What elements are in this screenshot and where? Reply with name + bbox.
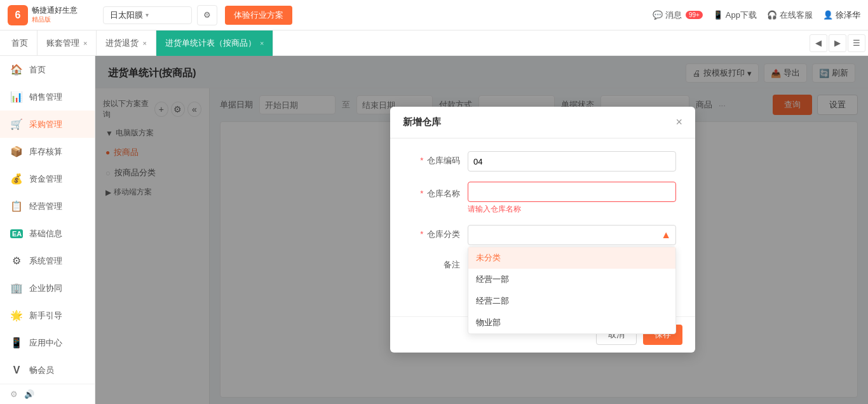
tab-purchase-return[interactable]: 进货退货 × xyxy=(97,30,156,56)
sidebar-member-label: 畅会员 xyxy=(29,365,54,376)
modal-title: 新增仓库 xyxy=(403,116,441,128)
sales-icon: 📊 xyxy=(10,91,23,103)
system-icon: ⚙ xyxy=(10,255,23,267)
form-row-code: * 仓库编码 xyxy=(409,151,676,172)
sidebar-sales-label: 销售管理 xyxy=(29,91,62,103)
tab-next-button[interactable]: ▶ xyxy=(829,34,846,52)
sidebar-item-inventory[interactable]: 📦 库存核算 xyxy=(0,138,95,165)
tab-prev-button[interactable]: ◀ xyxy=(810,34,827,52)
content-area: 进货单统计(按商品) 🖨 按模板打印 ▾ 📤 导出 🔄 刷新 xyxy=(95,56,868,404)
classify-toggle-icon[interactable]: ▲ xyxy=(661,229,671,241)
dropdown-item-dept1[interactable]: 经营一部 xyxy=(468,269,675,290)
dropdown-item-property[interactable]: 物业部 xyxy=(468,312,675,333)
sidebar-finance-label: 资金管理 xyxy=(29,173,62,185)
tab-account-close-icon[interactable]: × xyxy=(83,39,87,47)
tab-controls: ◀ ▶ ☰ xyxy=(810,34,865,52)
headset-icon: 🎧 xyxy=(767,10,777,20)
user-name: 徐泽华 xyxy=(836,10,860,21)
name-input[interactable] xyxy=(468,182,676,202)
store-name: 日太阳膜 xyxy=(110,10,143,21)
message-icon: 💬 xyxy=(653,10,663,20)
dropdown-item-dept2[interactable]: 经营二部 xyxy=(468,290,675,312)
code-label: * 仓库编码 xyxy=(409,151,460,166)
tab-purchase-return-close-icon[interactable]: × xyxy=(142,39,146,47)
user-avatar-icon: 👤 xyxy=(823,10,833,20)
finance-icon: 💰 xyxy=(10,173,23,185)
name-error-msg: 请输入仓库名称 xyxy=(468,204,521,215)
sidebar-item-system[interactable]: ⚙ 系统管理 xyxy=(0,247,95,274)
online-service-label: 在线客服 xyxy=(780,10,813,21)
sidebar-item-operations[interactable]: 📋 经营管理 xyxy=(0,192,95,220)
logo-area: 6 畅捷通好生意 精品版 xyxy=(8,5,103,25)
sidebar-guide-label: 新手引导 xyxy=(29,310,62,321)
classify-label: * 仓库分类 xyxy=(409,225,460,240)
tab-purchase-stats[interactable]: 进货单统计表（按商品） × xyxy=(156,30,273,56)
tab-account[interactable]: 账套管理 × xyxy=(37,30,97,56)
modal-close-button[interactable]: × xyxy=(675,116,682,129)
message-label: 消息 xyxy=(665,10,682,21)
guide-icon: 🌟 xyxy=(10,309,23,321)
classify-input[interactable] xyxy=(468,225,676,245)
add-warehouse-modal: 新增仓库 × * 仓库编码 * 仓库名称 xyxy=(390,107,695,353)
user-profile-button[interactable]: 👤 徐泽华 xyxy=(823,10,860,21)
brand-sub: 精品版 xyxy=(32,15,78,24)
sidebar-item-app-center[interactable]: 📱 应用中心 xyxy=(0,329,95,356)
dropdown-item-uncategorized[interactable]: 未分类 xyxy=(468,247,675,269)
note-label: 备注 xyxy=(409,255,460,271)
classify-input-wrap: ▲ 未分类 经营一部 经营二部 物业部 xyxy=(468,225,676,245)
app-download-button[interactable]: 📱 App下载 xyxy=(713,10,757,21)
form-row-classify: * 仓库分类 ▲ 未分类 经营一部 经营二部 物业部 xyxy=(409,225,676,245)
form-row-name: * 仓库名称 请输入仓库名称 xyxy=(409,182,676,215)
name-label: * 仓库名称 xyxy=(409,184,460,199)
sidebar-app-center-label: 应用中心 xyxy=(29,337,62,349)
sidebar-inventory-label: 库存核算 xyxy=(29,146,62,158)
purchase-icon: 🛒 xyxy=(10,118,23,130)
sidebar-home-label: 首页 xyxy=(29,64,46,76)
sidebar-purchase-label: 采购管理 xyxy=(29,119,62,130)
sidebar-item-basic-info[interactable]: EA 基础信息 xyxy=(0,220,95,247)
brand-name: 畅捷通好生意 xyxy=(32,6,78,16)
message-button[interactable]: 💬 消息 99+ xyxy=(653,10,703,21)
top-header: 6 畅捷通好生意 精品版 日太阳膜 ▾ ⚙ 体验行业方案 💬 消息 99+ 📱 … xyxy=(0,0,868,30)
store-selector[interactable]: 日太阳膜 ▾ xyxy=(103,6,192,24)
tab-home[interactable]: 首页 xyxy=(3,30,37,56)
operations-icon: 📋 xyxy=(10,200,23,212)
sidebar-bottom-speaker-icon[interactable]: 🔊 xyxy=(24,389,34,399)
message-badge: 99+ xyxy=(686,11,703,19)
home-icon: 🏠 xyxy=(10,64,23,76)
settings-gear-button[interactable]: ⚙ xyxy=(197,5,217,25)
trial-button[interactable]: 体验行业方案 xyxy=(225,6,292,25)
tab-menu-button[interactable]: ☰ xyxy=(848,34,865,52)
sidebar-item-sales[interactable]: 📊 销售管理 xyxy=(0,83,95,111)
tab-purchase-stats-label: 进货单统计表（按商品） xyxy=(165,37,256,49)
main-layout: 🏠 首页 📊 销售管理 🛒 采购管理 📦 库存核算 💰 资金管理 📋 经营管理 … xyxy=(0,56,868,404)
tab-purchase-return-label: 进货退货 xyxy=(105,37,139,49)
classify-dropdown: 未分类 经营一部 经营二部 物业部 xyxy=(468,246,676,334)
store-chevron-icon: ▾ xyxy=(146,11,149,18)
sidebar-system-label: 系统管理 xyxy=(29,255,62,267)
sidebar-bottom-settings-icon[interactable]: ⚙ xyxy=(10,389,18,399)
modal-header: 新增仓库 × xyxy=(390,107,695,138)
sidebar-enterprise-label: 企业协同 xyxy=(29,283,62,294)
sidebar-item-guide[interactable]: 🌟 新手引导 xyxy=(0,302,95,329)
sidebar-item-member[interactable]: V 畅会员 xyxy=(0,356,95,384)
online-service-button[interactable]: 🎧 在线客服 xyxy=(767,10,813,21)
tab-home-label: 首页 xyxy=(11,37,28,49)
code-input[interactable] xyxy=(468,151,676,172)
mobile-icon: 📱 xyxy=(713,10,723,20)
tab-purchase-stats-close-icon[interactable]: × xyxy=(260,39,264,47)
app-logo: 6 xyxy=(8,5,28,25)
sidebar-item-home[interactable]: 🏠 首页 xyxy=(0,56,95,83)
sidebar: 🏠 首页 📊 销售管理 🛒 采购管理 📦 库存核算 💰 资金管理 📋 经营管理 … xyxy=(0,56,95,404)
sidebar-basic-info-label: 基础信息 xyxy=(29,228,62,239)
gear-icon: ⚙ xyxy=(203,10,211,20)
app-download-label: App下载 xyxy=(726,10,757,21)
member-icon: V xyxy=(10,365,23,376)
sidebar-item-enterprise[interactable]: 🏢 企业协同 xyxy=(0,274,95,302)
header-right: 💬 消息 99+ 📱 App下载 🎧 在线客服 👤 徐泽华 xyxy=(653,10,860,21)
sidebar-item-purchase[interactable]: 🛒 采购管理 xyxy=(0,111,95,138)
enterprise-icon: 🏢 xyxy=(10,282,23,294)
modal-body: * 仓库编码 * 仓库名称 请输入仓库名称 xyxy=(390,138,695,316)
sidebar-operations-label: 经营管理 xyxy=(29,201,62,212)
sidebar-item-finance[interactable]: 💰 资金管理 xyxy=(0,165,95,192)
